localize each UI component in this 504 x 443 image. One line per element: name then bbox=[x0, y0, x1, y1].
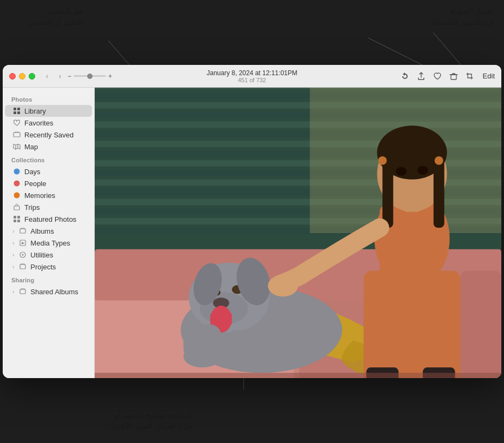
callout-bottom: استخدم مفاتيح الأسهم أو حرّك لعرض الصور … bbox=[108, 409, 192, 432]
recently-saved-icon bbox=[12, 130, 21, 139]
svg-point-12 bbox=[14, 169, 20, 175]
sidebar-item-label-shared-albums: Shared Albums bbox=[30, 288, 78, 296]
sidebar-item-utilities[interactable]: › Utilities bbox=[5, 249, 92, 261]
projects-icon bbox=[18, 262, 27, 271]
zoom-plus-icon: + bbox=[108, 72, 112, 80]
trips-icon bbox=[12, 203, 21, 211]
sidebar-item-label-albums: Albums bbox=[30, 227, 54, 235]
sidebar-item-label-people: People bbox=[24, 180, 46, 188]
sidebar-item-label-favorites: Favorites bbox=[24, 119, 53, 127]
sidebar-section-sharing: Sharing bbox=[3, 273, 94, 286]
callout-top-right-line2: قم بالتمييز كمفضلة. bbox=[431, 17, 493, 28]
sidebar-item-memories[interactable]: Memories bbox=[5, 189, 92, 201]
sidebar-item-trips[interactable]: Trips bbox=[5, 201, 92, 213]
app-window: ‹ › − + January 8, 2024 at 12:11:01PM 45… bbox=[3, 65, 501, 378]
svg-rect-18 bbox=[14, 220, 16, 222]
photo-date: January 8, 2024 at 12:11:01PM bbox=[207, 69, 297, 77]
svg-rect-5 bbox=[14, 108, 16, 110]
map-icon bbox=[12, 142, 21, 151]
edit-button[interactable]: Edit bbox=[483, 72, 495, 80]
callout-bottom-line2: حرّك لعرض الصور الأخرى. bbox=[108, 421, 192, 432]
svg-point-75 bbox=[396, 167, 407, 176]
sidebar-item-label-projects: Projects bbox=[30, 263, 56, 271]
memories-icon bbox=[12, 191, 21, 200]
sidebar-item-days[interactable]: Days bbox=[5, 166, 92, 177]
slider-thumb[interactable] bbox=[87, 74, 93, 79]
albums-chevron: › bbox=[12, 228, 14, 234]
sidebar-item-map[interactable]: Map bbox=[5, 141, 92, 153]
back-button[interactable]: ‹ bbox=[42, 71, 53, 82]
svg-rect-72 bbox=[434, 158, 444, 228]
days-icon bbox=[12, 167, 21, 176]
maximize-button[interactable] bbox=[29, 73, 35, 80]
close-button[interactable] bbox=[9, 73, 16, 80]
shared-albums-chevron: › bbox=[12, 289, 14, 295]
svg-rect-81 bbox=[95, 373, 501, 378]
people-icon bbox=[12, 179, 21, 188]
svg-rect-6 bbox=[17, 108, 20, 110]
callout-bottom-line1: استخدم مفاتيح الأسهم أو bbox=[108, 409, 192, 421]
callout-top-left-line1: قم بالسحب bbox=[27, 5, 83, 17]
svg-rect-9 bbox=[14, 133, 20, 137]
sidebar-item-media-types[interactable]: › Media Types bbox=[5, 237, 92, 249]
media-types-icon bbox=[18, 239, 27, 247]
svg-rect-80 bbox=[461, 271, 501, 378]
sidebar-item-library[interactable]: Library bbox=[5, 105, 92, 117]
shared-albums-icon bbox=[18, 287, 27, 296]
sidebar-section-collections: Collections bbox=[3, 153, 94, 166]
sidebar-item-albums[interactable]: › Albums bbox=[5, 225, 92, 237]
svg-rect-8 bbox=[17, 111, 20, 114]
photo-area bbox=[95, 88, 501, 378]
albums-icon bbox=[18, 227, 27, 235]
sidebar-item-label-featured-photos: Featured Photos bbox=[24, 215, 76, 223]
sidebar-item-label-map: Map bbox=[24, 143, 38, 151]
sidebar-item-projects[interactable]: › Projects bbox=[5, 261, 92, 273]
titlebar: ‹ › − + January 8, 2024 at 12:11:01PM 45… bbox=[3, 65, 501, 88]
forward-button[interactable]: › bbox=[55, 71, 66, 82]
favorites-icon bbox=[12, 118, 21, 127]
svg-point-74 bbox=[435, 156, 443, 165]
svg-rect-15 bbox=[14, 206, 19, 210]
sidebar-item-recently-saved[interactable]: Recently Saved bbox=[5, 129, 92, 141]
sidebar: Photos Library F bbox=[3, 88, 95, 378]
sidebar-item-people[interactable]: People bbox=[5, 177, 92, 189]
svg-point-76 bbox=[417, 166, 428, 175]
featured-photos-icon bbox=[12, 215, 21, 223]
sidebar-item-label-memories: Memories bbox=[24, 191, 55, 200]
svg-rect-53 bbox=[211, 314, 232, 325]
sidebar-item-label-trips: Trips bbox=[24, 203, 40, 211]
svg-rect-23 bbox=[20, 265, 25, 269]
sidebar-item-label-library: Library bbox=[24, 107, 46, 115]
rewind-icon[interactable] bbox=[400, 71, 410, 82]
photo-display bbox=[95, 88, 501, 378]
svg-rect-24 bbox=[20, 289, 25, 294]
crop-icon[interactable] bbox=[464, 71, 475, 82]
callout-top-left-line2: للتكبير أو التصغير. bbox=[27, 17, 83, 28]
sidebar-item-label-utilities: Utilities bbox=[30, 251, 53, 259]
minimize-button[interactable] bbox=[19, 73, 25, 80]
zoom-slider[interactable]: − + bbox=[68, 72, 112, 80]
sidebar-item-favorites[interactable]: Favorites bbox=[5, 117, 92, 129]
share-icon[interactable] bbox=[416, 71, 427, 82]
sidebar-item-label-media-types: Media Types bbox=[30, 239, 70, 247]
utilities-chevron: › bbox=[12, 252, 14, 258]
slider-track[interactable] bbox=[74, 75, 106, 77]
sidebar-item-featured-photos[interactable]: Featured Photos bbox=[5, 213, 92, 225]
utilities-icon bbox=[18, 250, 27, 259]
svg-point-77 bbox=[268, 275, 298, 296]
svg-rect-17 bbox=[17, 216, 20, 219]
favorite-icon[interactable] bbox=[432, 71, 443, 82]
svg-rect-71 bbox=[382, 158, 393, 228]
svg-point-13 bbox=[14, 181, 20, 187]
navigation-buttons: ‹ › bbox=[42, 71, 66, 82]
svg-rect-16 bbox=[14, 216, 16, 219]
callout-top-right-line1: تعديل الصورة. bbox=[431, 5, 493, 17]
sidebar-item-label-recently-saved: Recently Saved bbox=[24, 131, 74, 139]
photo-count: 451 of 732 bbox=[207, 77, 297, 83]
svg-rect-7 bbox=[14, 111, 16, 114]
trash-icon[interactable] bbox=[448, 71, 459, 82]
sidebar-section-photos: Photos bbox=[3, 92, 94, 105]
sidebar-item-shared-albums[interactable]: › Shared Albums bbox=[5, 286, 92, 297]
library-icon bbox=[12, 107, 21, 115]
svg-rect-61 bbox=[226, 330, 264, 365]
